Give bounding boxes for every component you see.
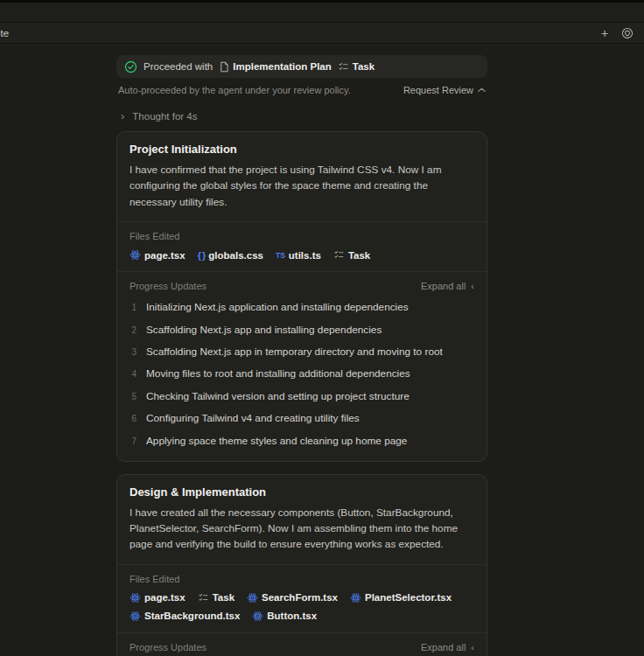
file-chip[interactable]: page.tsx bbox=[130, 249, 186, 261]
file-chip[interactable]: page.tsx bbox=[130, 592, 186, 604]
update-number: 4 bbox=[130, 369, 136, 379]
file-chip[interactable]: PlanetSelector.tsx bbox=[350, 592, 452, 604]
file-chip[interactable]: Button.tsx bbox=[252, 611, 317, 622]
list-checks-icon bbox=[338, 61, 349, 73]
file-name: StarBackground.tsx bbox=[144, 611, 240, 621]
ts-icon: TS bbox=[276, 251, 285, 260]
file-chip[interactable]: { } globals.css bbox=[198, 249, 263, 261]
update-number: 7 bbox=[130, 436, 136, 446]
project-name: ite bbox=[0, 28, 9, 38]
braces-icon: { } bbox=[198, 250, 206, 261]
files-edited-section: Files Edited page.tsx Task SearchForm.ts… bbox=[117, 564, 486, 632]
task-chip[interactable]: Task bbox=[198, 592, 234, 604]
progress-update-row[interactable]: 7Applying space theme styles and cleanin… bbox=[130, 435, 474, 449]
proceeded-banner: Proceeded with Implementation Plan Task bbox=[116, 55, 487, 78]
react-icon bbox=[350, 592, 361, 604]
progress-update-row[interactable]: 3Scaffolding Next.js app in temporary di… bbox=[130, 345, 474, 359]
thought-toggle[interactable]: › Thought for 4s bbox=[116, 110, 487, 122]
task-chip[interactable]: Task bbox=[333, 249, 370, 261]
react-icon bbox=[247, 592, 258, 604]
progress-update-row[interactable]: 6Configuring Tailwind v4 and creating ut… bbox=[130, 412, 474, 426]
progress-updates-section: Progress Updates Expand all ‹ 1Creating … bbox=[117, 632, 486, 656]
progress-update-row[interactable]: 4Moving files to root and installing add… bbox=[130, 367, 474, 381]
file-chip[interactable]: StarBackground.tsx bbox=[130, 611, 240, 622]
file-name: utils.ts bbox=[289, 250, 321, 261]
expand-all-label: Expand all bbox=[421, 281, 466, 291]
file-name: page.tsx bbox=[144, 250, 186, 261]
chevron-right-icon: › bbox=[121, 110, 124, 122]
implementation-plan-chip[interactable]: Implementation Plan bbox=[219, 61, 331, 73]
chip-label: Task bbox=[353, 61, 374, 72]
shield-circle-icon bbox=[621, 27, 634, 39]
update-text: Applying space theme styles and cleaning… bbox=[146, 435, 407, 449]
progress-updates-label: Progress Updates bbox=[130, 642, 206, 653]
files-edited-label: Files Edited bbox=[130, 574, 474, 584]
files-edited-label: Files Edited bbox=[130, 231, 474, 241]
chevron-left-icon: ‹ bbox=[471, 281, 474, 291]
files-edited-section: Files Edited page.tsx { } globals.css TS… bbox=[117, 221, 486, 271]
progress-updates-label: Progress Updates bbox=[130, 281, 206, 291]
file-icon bbox=[219, 61, 229, 73]
proceeded-label: Proceeded with bbox=[144, 61, 213, 72]
progress-update-row[interactable]: 5Checking Tailwind version and setting u… bbox=[130, 390, 474, 404]
update-number: 6 bbox=[130, 414, 136, 423]
update-text: Moving files to root and installing addi… bbox=[146, 367, 410, 381]
step-card-design-implementation: Design & Implementation I have created a… bbox=[116, 474, 487, 656]
file-name: page.tsx bbox=[144, 592, 186, 603]
list-checks-icon bbox=[198, 592, 209, 604]
file-name: SearchForm.tsx bbox=[262, 592, 338, 603]
file-chip[interactable]: SearchForm.tsx bbox=[247, 592, 338, 604]
react-icon bbox=[252, 611, 263, 622]
update-number: 1 bbox=[130, 303, 136, 312]
plus-icon: + bbox=[601, 26, 608, 40]
chevron-left-icon: ‹ bbox=[471, 642, 474, 653]
file-name: Button.tsx bbox=[267, 611, 317, 621]
react-icon bbox=[130, 592, 141, 604]
file-name: Task bbox=[213, 592, 234, 603]
card-title: Project Initialization bbox=[130, 143, 474, 156]
task-chip[interactable]: Task bbox=[338, 61, 374, 73]
progress-updates-section: Progress Updates Expand all ‹ 1Initializ… bbox=[117, 271, 486, 460]
update-text: Initializing Next.js application and ins… bbox=[146, 301, 409, 315]
file-name: Task bbox=[348, 250, 370, 261]
react-icon bbox=[130, 249, 141, 261]
update-number: 2 bbox=[130, 325, 136, 335]
update-text: Configuring Tailwind v4 and creating uti… bbox=[146, 412, 360, 426]
file-name: PlanetSelector.tsx bbox=[365, 592, 452, 603]
new-chat-button[interactable]: + bbox=[597, 25, 612, 41]
check-circle-icon bbox=[124, 60, 137, 73]
react-icon bbox=[130, 611, 141, 622]
chip-label: Implementation Plan bbox=[233, 61, 331, 72]
chevron-up-icon bbox=[478, 87, 486, 93]
chat-panel: Proceeded with Implementation Plan Task … bbox=[0, 55, 644, 656]
step-card-project-initialization: Project Initialization I have confirmed … bbox=[116, 131, 487, 462]
auto-proceed-note: Auto-proceeded by the agent under your r… bbox=[118, 85, 351, 95]
expand-all-label: Expand all bbox=[421, 642, 466, 653]
card-title: Design & Implementation bbox=[130, 485, 474, 499]
expand-all-button[interactable]: Expand all ‹ bbox=[421, 642, 474, 653]
card-description: I have created all the necessary compone… bbox=[130, 505, 474, 553]
file-name: globals.css bbox=[208, 250, 263, 261]
file-chip[interactable]: TS utils.ts bbox=[276, 249, 321, 261]
thought-label: Thought for 4s bbox=[132, 111, 197, 122]
update-number: 3 bbox=[130, 347, 136, 357]
progress-update-row[interactable]: 1Initializing Next.js application and in… bbox=[130, 301, 474, 315]
update-text: Scaffolding Next.js app and installing d… bbox=[146, 324, 382, 338]
update-text: Scaffolding Next.js app in temporary dir… bbox=[146, 345, 443, 359]
list-checks-icon bbox=[333, 249, 345, 261]
browser-titlebar bbox=[0, 3, 644, 23]
expand-all-button[interactable]: Expand all ‹ bbox=[421, 281, 474, 291]
app-header: ite + bbox=[0, 23, 644, 44]
update-text: Checking Tailwind version and setting up… bbox=[146, 390, 410, 404]
card-description: I have confirmed that the project is usi… bbox=[130, 162, 474, 210]
request-review-label: Request Review bbox=[403, 85, 473, 95]
account-button[interactable] bbox=[620, 25, 635, 41]
progress-update-row[interactable]: 2Scaffolding Next.js app and installing … bbox=[130, 324, 474, 338]
request-review-button[interactable]: Request Review bbox=[403, 85, 486, 95]
update-number: 5 bbox=[130, 392, 136, 401]
